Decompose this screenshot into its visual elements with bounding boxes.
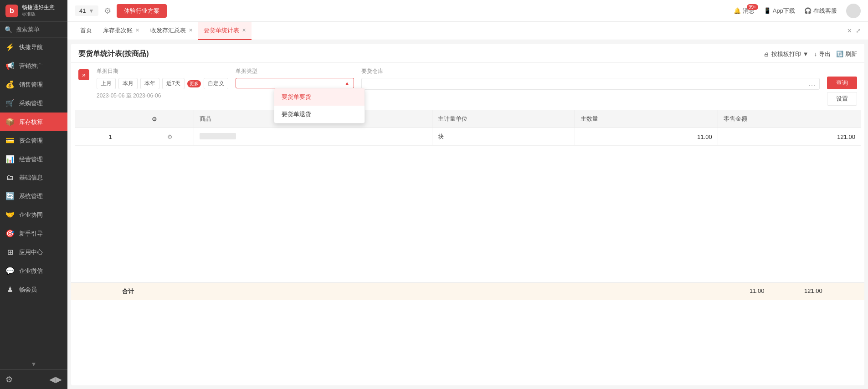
cell-product	[194, 128, 432, 146]
enterprise-icon: 🤝	[5, 210, 15, 219]
online-service-btn[interactable]: 🎧 在线客服	[804, 7, 837, 15]
table-footer: 合计 11.00 121.00	[71, 282, 864, 300]
dropdown-item-order-goods[interactable]: 要货单要货	[274, 88, 365, 106]
filter-warehouse-more-icon[interactable]: …	[808, 80, 816, 88]
tab-home[interactable]: 首页	[75, 22, 98, 40]
filter-warehouse-input[interactable]	[365, 81, 808, 87]
footer-qty: 11.00	[750, 287, 804, 296]
dropdown-item-order-return[interactable]: 要货单退货	[274, 106, 365, 123]
system-icon: 🔄	[5, 192, 15, 200]
tab-receivable-summary[interactable]: 收发存汇总表 ✕	[145, 22, 198, 40]
sidebar-item-operation[interactable]: 📊 经营管理	[0, 150, 67, 169]
marketing-icon: 📢	[5, 61, 15, 70]
filter-warehouse-row: …	[361, 78, 820, 90]
user-avatar[interactable]	[846, 4, 861, 18]
table-header-row: ⚙ 商品 主计量单位 主数量 零售金额	[75, 110, 861, 128]
btn-last7days[interactable]: 近7天	[162, 78, 185, 89]
sidebar-nav: ⚡ 快捷导航 📢 营销推广 💰 销售管理 🛒 采购管理 📦 库存核算 💳 资金管…	[0, 38, 67, 359]
btn-this-year[interactable]: 本年	[140, 78, 159, 89]
tab-batch-account[interactable]: 库存批次账 ✕	[98, 22, 145, 40]
cell-unit: 块	[432, 128, 575, 146]
col-unit: 主计量单位	[432, 110, 575, 128]
export-btn[interactable]: ↓ 导出	[814, 50, 831, 58]
export-label: 导出	[819, 50, 831, 58]
tab-order-stats-label: 要货单统计表	[204, 26, 239, 35]
sidebar-item-system[interactable]: 🔄 系统管理	[0, 187, 67, 205]
window-expand-icon[interactable]: ⤢	[856, 27, 861, 34]
settings-btn[interactable]: 设置	[827, 92, 857, 106]
btn-this-month[interactable]: 本月	[118, 78, 138, 89]
sidebar-item-inventory[interactable]: 📦 库存核算	[0, 113, 67, 131]
online-service-label: 在线客服	[813, 7, 837, 15]
sidebar-scroll-down[interactable]: ▼	[0, 359, 67, 369]
cell-qty: 11.00	[575, 128, 718, 146]
filter-date-label: 单据日期	[97, 67, 228, 75]
sidebar-item-purchase[interactable]: 🛒 采购管理	[0, 94, 67, 113]
app-title: 畅捷通好生意	[22, 4, 55, 11]
sidebar-item-label: 基础信息	[19, 174, 62, 182]
logo-icon: b	[5, 5, 18, 17]
footer-amount: 121.00	[804, 287, 859, 296]
settings-icon[interactable]: ⚙	[5, 374, 13, 384]
tab-order-stats-close[interactable]: ✕	[242, 27, 246, 33]
search-menu-label: 搜索菜单	[16, 26, 40, 34]
table-container: ⚙ 商品 主计量单位 主数量 零售金额 1 ⚙	[71, 110, 864, 146]
tab-receivable-summary-close[interactable]: ✕	[189, 27, 193, 33]
app-center-icon: ⊞	[5, 248, 15, 256]
sidebar-item-basic-info[interactable]: 🗂 基础信息	[0, 169, 67, 187]
tab-order-stats[interactable]: 要货单统计表 ✕	[198, 22, 252, 40]
filter-type-input-row[interactable]: ▲	[236, 78, 354, 88]
sidebar-item-label: 企业协同	[19, 211, 62, 219]
app-download-btn[interactable]: 📱 App下载	[764, 7, 795, 15]
filter-type-group: 单据类型 ▲	[236, 67, 354, 88]
sidebar-item-label: 资金管理	[19, 137, 62, 145]
cell-gear[interactable]: ⚙	[146, 128, 194, 146]
refresh-label: 刷新	[845, 50, 857, 58]
page-header: 要货单统计表(按商品) 🖨 按模板打印 ▼ ↓ 导出 🔃 刷新	[71, 44, 864, 63]
sidebar: b 畅捷通好生意 标准版 🔍 搜索菜单 ⚡ 快捷导航 📢 营销推广 💰 销售管理…	[0, 0, 67, 389]
refresh-btn[interactable]: 🔃 刷新	[836, 50, 857, 58]
more-badge[interactable]: 更多	[187, 80, 201, 87]
export-icon: ↓	[814, 51, 817, 57]
main-content: 41 ▼ ⚙ 体验行业方案 🔔 消息 99+ 📱 App下载 🎧 在线客服	[67, 0, 868, 389]
topbar-settings-icon[interactable]: ⚙	[104, 6, 111, 16]
sidebar-item-finance[interactable]: 💳 资金管理	[0, 131, 67, 150]
sidebar-logo: b 畅捷通好生意 标准版	[0, 0, 67, 22]
filter-type-input[interactable]	[240, 80, 344, 87]
col-settings-icon[interactable]: ⚙	[152, 116, 157, 123]
store-selector[interactable]: 41 ▼	[75, 5, 98, 16]
sidebar-item-wechat[interactable]: 💬 企业微信	[0, 261, 67, 280]
tabs-bar: 首页 库存批次账 ✕ 收发存汇总表 ✕ 要货单统计表 ✕ ✕ ⤢	[67, 22, 868, 40]
sidebar-item-member[interactable]: ♟ 畅会员	[0, 280, 67, 299]
window-close-icon[interactable]: ✕	[847, 27, 852, 34]
sidebar-item-quick-nav[interactable]: ⚡ 快捷导航	[0, 38, 67, 56]
sidebar-item-marketing[interactable]: 📢 营销推广	[0, 56, 67, 75]
footer-label: 合计	[122, 287, 159, 296]
query-btn[interactable]: 查询	[827, 77, 857, 89]
col-settings[interactable]: ⚙	[146, 110, 194, 128]
sidebar-item-sales[interactable]: 💰 销售管理	[0, 75, 67, 94]
cell-seq: 1	[75, 128, 146, 146]
collapse-icon[interactable]: ◀▶	[49, 374, 62, 384]
page-title: 要货单统计表(按商品)	[78, 49, 149, 59]
finance-icon: 💳	[5, 136, 15, 145]
col-qty: 主数量	[575, 110, 718, 128]
filter-type-label: 单据类型	[236, 67, 354, 75]
messages-btn[interactable]: 🔔 消息 99+	[734, 7, 755, 15]
sidebar-item-guide[interactable]: 🎯 新手引导	[0, 224, 67, 243]
tab-batch-account-close[interactable]: ✕	[135, 27, 139, 33]
data-table: ⚙ 商品 主计量单位 主数量 零售金额 1 ⚙	[75, 110, 861, 146]
trial-btn[interactable]: 体验行业方案	[117, 4, 167, 18]
search-menu[interactable]: 🔍 搜索菜单	[0, 22, 67, 38]
print-template-btn[interactable]: 🖨 按模板打印 ▼	[764, 50, 809, 58]
filter-expand-btn[interactable]: »	[78, 69, 89, 80]
btn-custom[interactable]: 自定义	[204, 78, 228, 89]
sidebar-item-label: 企业微信	[19, 267, 62, 275]
sidebar-item-app-center[interactable]: ⊞ 应用中心	[0, 243, 67, 261]
sidebar-item-enterprise[interactable]: 🤝 企业协同	[0, 205, 67, 224]
page-header-actions: 🖨 按模板打印 ▼ ↓ 导出 🔃 刷新	[764, 50, 857, 58]
headset-icon: 🎧	[804, 7, 812, 14]
filter-type-arrow-icon[interactable]: ▲	[344, 80, 350, 87]
store-name: 41	[79, 7, 86, 14]
btn-last-month[interactable]: 上月	[97, 78, 116, 89]
